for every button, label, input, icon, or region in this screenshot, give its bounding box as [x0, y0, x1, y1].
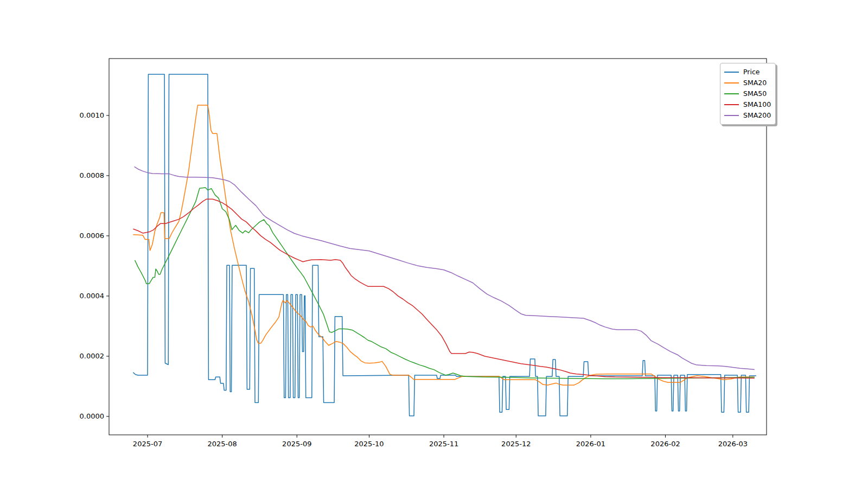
x-tick-label: 2026-02 — [650, 440, 680, 448]
legend-line-swatch — [724, 72, 739, 73]
legend-line-swatch — [724, 82, 739, 84]
legend-line-swatch — [724, 93, 739, 94]
legend-item-sma20: SMA20 — [724, 78, 771, 88]
x-tick-label: 2025-07 — [133, 440, 162, 448]
legend-label: SMA50 — [743, 88, 767, 99]
y-tick-label: 0.0000 — [80, 412, 105, 420]
x-tick-label: 2025-08 — [207, 440, 237, 448]
x-tick-label: 2025-12 — [501, 440, 531, 448]
legend-item-sma200: SMA200 — [724, 110, 771, 121]
legend-label: SMA100 — [743, 99, 771, 110]
legend-label: SMA20 — [743, 78, 767, 88]
legend-item-price: Price — [724, 67, 771, 78]
legend-line-swatch — [724, 104, 739, 105]
legend-item-sma100: SMA100 — [724, 99, 771, 110]
legend-label: Price — [743, 67, 760, 78]
legend-item-sma50: SMA50 — [724, 88, 771, 99]
x-tick-label: 2025-11 — [429, 440, 458, 448]
x-tick-label: 2025-09 — [282, 440, 311, 448]
y-tick-label: 0.0002 — [80, 352, 105, 360]
y-tick-label: 0.0006 — [80, 232, 105, 240]
legend-label: SMA200 — [743, 110, 771, 121]
x-tick-label: 2025-10 — [354, 440, 384, 448]
y-tick-label: 0.0004 — [80, 292, 105, 300]
figure: 2025-072025-082025-092025-102025-112025-… — [0, 0, 868, 488]
legend: PriceSMA20SMA50SMA100SMA200 — [720, 63, 776, 125]
x-tick-label: 2026-01 — [576, 440, 605, 448]
legend-line-swatch — [724, 115, 739, 116]
x-tick-label: 2026-03 — [718, 440, 748, 448]
y-tick-label: 0.0008 — [80, 171, 105, 179]
y-tick-label: 0.0010 — [80, 111, 105, 119]
